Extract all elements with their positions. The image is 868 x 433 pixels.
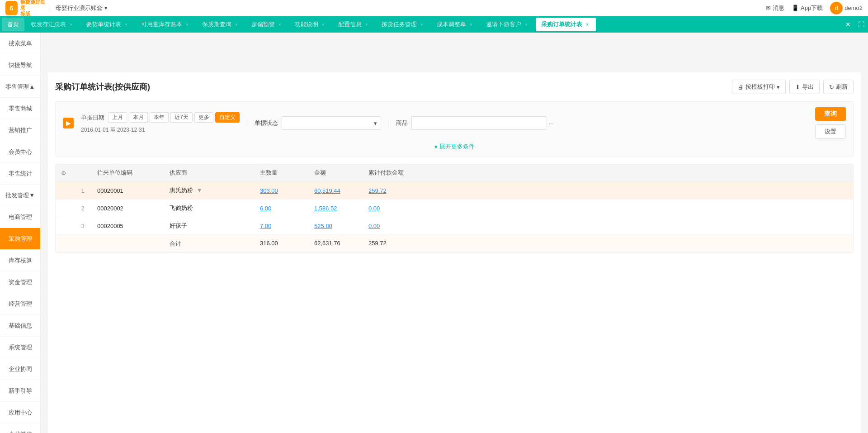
workspace-name: 母婴行业演示账套	[56, 4, 103, 12]
th-amount: 金额	[309, 164, 363, 182]
tab-purchase-order-summary[interactable]: 采购订单统计表 ×	[536, 18, 596, 31]
sidebar-item-quick-nav[interactable]: 快捷导航	[0, 54, 40, 76]
tab-invite-downstream[interactable]: 邀请下游客户 ×	[481, 18, 535, 31]
close-tab-available-inventory[interactable]: ×	[184, 21, 190, 28]
cell-amount[interactable]: 525.80	[309, 217, 363, 235]
close-tab-purchase-order-summary[interactable]: ×	[584, 21, 590, 28]
sidebar-item-search[interactable]: 搜索菜单	[0, 33, 40, 54]
sidebar-item-inventory-check[interactable]: 库存核算	[0, 250, 40, 271]
sidebar-item-finance-mgmt[interactable]: 资金管理	[0, 271, 40, 293]
sidebar-item-retail-stats[interactable]: 零售统计	[0, 163, 40, 185]
cell-qty[interactable]: 6.00	[255, 200, 309, 217]
chevron-down-icon: ▾	[434, 143, 438, 150]
close-tab-expiry-query[interactable]: ×	[233, 21, 240, 28]
filter-toggle-button[interactable]: ▶	[63, 118, 74, 128]
cell-qty[interactable]: 7.00	[255, 217, 309, 235]
filter-date-group: 单据日期 上月 本月 本年 近7天 更多 自定义 2016-01-01 至	[81, 112, 240, 134]
refresh-button[interactable]: ↻ 刷新	[823, 80, 854, 94]
tab-config-info[interactable]: 配置信息 ×	[333, 18, 375, 31]
print-button[interactable]: 🖨 按模板打印 ▾	[732, 80, 786, 94]
date-btn-last-month[interactable]: 上月	[108, 112, 127, 123]
date-btn-more[interactable]: 更多	[194, 112, 213, 123]
close-tab-function-desc[interactable]: ×	[320, 21, 326, 28]
chevron-down-icon: ▼	[29, 192, 35, 199]
tab-overstock-warning[interactable]: 超储预警 ×	[246, 18, 288, 31]
purchase-order-table: ⚙ 往来单位编码 供应商 主数量 金额 累计付款金额 1 00020001 惠	[56, 164, 853, 235]
message-icon: ✉	[766, 5, 771, 11]
user-profile[interactable]: d demo2	[830, 2, 863, 14]
sidebar-item-basic-info[interactable]: 基础信息	[0, 315, 40, 337]
cell-empty	[435, 200, 853, 217]
messages-button[interactable]: ✉ 消息	[766, 4, 784, 12]
expand-icon[interactable]: ▼	[197, 187, 203, 194]
tab-receive-summary[interactable]: 收发存汇总表 ×	[25, 18, 80, 31]
tab-available-inventory[interactable]: 可用量库存账本 ×	[136, 18, 196, 31]
sidebar-item-member-center[interactable]: 会员中心	[0, 141, 40, 163]
close-tab-pick-task-mgmt[interactable]: ×	[419, 21, 425, 28]
goods-label: 商品	[396, 119, 408, 127]
print-chevron-icon: ▾	[777, 84, 780, 90]
goods-input[interactable]	[411, 116, 547, 130]
download-icon: 📱	[792, 5, 799, 11]
date-btn-custom[interactable]: 自定义	[215, 112, 240, 123]
sidebar-item-system-mgmt[interactable]: 系统管理	[0, 337, 40, 358]
page-title: 采购订单统计表(按供应商)	[55, 81, 150, 92]
cell-paid-amount[interactable]: 259.72	[363, 182, 435, 200]
close-all-tabs-button[interactable]: ✕	[844, 19, 853, 30]
sidebar-item-purchase-mgmt[interactable]: 采购管理	[0, 228, 40, 250]
tab-cost-adjust[interactable]: 成本调整单 ×	[431, 18, 480, 31]
export-button[interactable]: ⬇ 导出	[789, 80, 820, 94]
table-row[interactable]: 2 00020002 飞鹤奶粉 6.00 1,586.52 0.00	[56, 200, 853, 217]
column-settings-icon[interactable]: ⚙	[61, 170, 66, 176]
sidebar-item-enterprise-wechat[interactable]: 企业微信	[0, 423, 40, 433]
status-select[interactable]: ▾	[282, 116, 381, 130]
table-row[interactable]: 3 00020005 好孩子 7.00 525.80 0.00	[56, 217, 853, 235]
cell-amount[interactable]: 1,586.52	[309, 200, 363, 217]
footer-total-paid: 259.72	[368, 240, 441, 248]
sidebar-item-marketing[interactable]: 营销推广	[0, 119, 40, 141]
title-actions: 🖨 按模板打印 ▾ ⬇ 导出 ↻ 刷新	[732, 80, 854, 94]
more-options-icon[interactable]: ···	[549, 120, 554, 127]
tab-function-desc[interactable]: 功能说明 ×	[289, 18, 332, 31]
date-btn-this-month[interactable]: 本月	[129, 112, 148, 123]
logo-icon: 6	[5, 1, 18, 15]
filter-goods-group: 商品 ···	[396, 116, 554, 130]
cell-paid-amount[interactable]: 0.00	[363, 217, 435, 235]
sidebar-item-operation-mgmt[interactable]: 经营管理	[0, 293, 40, 315]
footer-label: 合计	[170, 240, 260, 248]
maximize-button[interactable]: ⛶	[856, 19, 866, 30]
settings-button[interactable]: 设置	[815, 124, 846, 139]
tab-pick-task-mgmt[interactable]: 拣货任务管理 ×	[376, 18, 430, 31]
sidebar-item-retail-shop[interactable]: 零售商城	[0, 98, 40, 119]
close-tab-order-summary[interactable]: ×	[123, 21, 129, 28]
close-tab-invite-downstream[interactable]: ×	[523, 21, 529, 28]
workspace-selector[interactable]: 母婴行业演示账套 ▾	[50, 4, 113, 12]
export-icon: ⬇	[795, 84, 800, 90]
app-download-button[interactable]: 📱 App下载	[792, 4, 823, 12]
tab-home[interactable]: 首页	[2, 18, 24, 31]
sidebar-item-app-center[interactable]: 应用中心	[0, 402, 40, 423]
table-row[interactable]: 1 00020001 惠氏奶粉 ▼ 303.00 60,519.44 259.7…	[56, 182, 853, 200]
cell-qty[interactable]: 303.00	[255, 182, 309, 200]
date-btn-7days[interactable]: 近7天	[170, 112, 193, 123]
close-tab-receive-summary[interactable]: ×	[68, 21, 74, 28]
close-tab-cost-adjust[interactable]: ×	[468, 21, 474, 28]
tab-expiry-query[interactable]: 保质期查询 ×	[197, 18, 245, 31]
sidebar-item-enterprise-coop[interactable]: 企业协同	[0, 358, 40, 380]
date-label: 单据日期	[81, 114, 104, 122]
expand-more-conditions[interactable]: ▾ 展开更多条件	[63, 143, 846, 151]
table-container: ⚙ 往来单位编码 供应商 主数量 金额 累计付款金额 1 00020001 惠	[55, 164, 854, 253]
date-btn-this-year[interactable]: 本年	[150, 112, 169, 123]
top-bar: 6 畅捷通好生意 标版 母婴行业演示账套 ▾ ✉ 消息 📱 App下载 d de…	[0, 0, 868, 16]
sidebar-item-retail-mgmt[interactable]: 零售管理 ▲	[0, 76, 40, 98]
close-tab-config-info[interactable]: ×	[363, 21, 370, 28]
tab-order-summary[interactable]: 要货单统计表 ×	[80, 18, 135, 31]
close-tab-overstock-warning[interactable]: ×	[277, 21, 283, 28]
cell-paid-amount[interactable]: 0.00	[363, 200, 435, 217]
sidebar-item-new-guide[interactable]: 新手引导	[0, 380, 40, 402]
sidebar-item-ecommerce-mgmt[interactable]: 电商管理	[0, 206, 40, 228]
cell-amount[interactable]: 60,519.44	[309, 182, 363, 200]
sidebar-item-wholesale-mgmt[interactable]: 批发管理 ▼	[0, 185, 40, 206]
query-button[interactable]: 查询	[815, 107, 846, 121]
page-container: 采购订单统计表(按供应商) 🖨 按模板打印 ▾ ⬇ 导出 ↻ 刷新	[48, 72, 861, 433]
